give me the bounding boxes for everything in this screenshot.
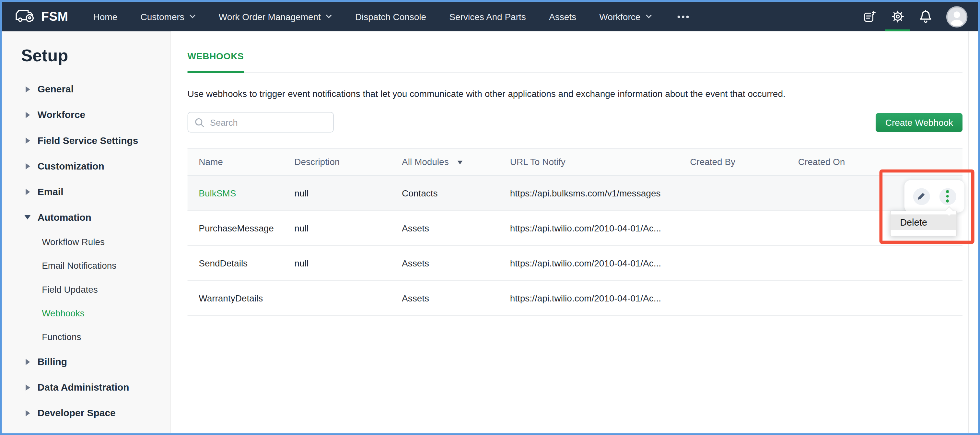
nav-item-services-and-parts[interactable]: Services And Parts bbox=[449, 12, 526, 22]
sidebar-item-email-notifications[interactable]: Email Notifications bbox=[2, 254, 170, 277]
column-header-description: Description bbox=[294, 157, 402, 167]
collapsed-arrow-icon bbox=[25, 410, 30, 416]
cell-url: https://api.twilio.com/2010-04-01/Ac... bbox=[510, 223, 690, 233]
cell-description: null bbox=[294, 223, 402, 233]
chevron-down-icon bbox=[646, 14, 652, 19]
search-input[interactable] bbox=[210, 117, 327, 127]
main-content: WEBHOOKS Use webhooks to trigger event n… bbox=[170, 31, 978, 433]
collapsed-arrow-icon bbox=[25, 384, 30, 390]
sidebar-item-email[interactable]: Email bbox=[2, 179, 170, 204]
sidebar-item-field-service-settings[interactable]: Field Service Settings bbox=[2, 127, 170, 153]
gear-icon[interactable] bbox=[890, 9, 905, 24]
sidebar-item-automation[interactable]: Automation bbox=[2, 204, 170, 230]
automation-children: Workflow Rules Email Notifications Field… bbox=[2, 230, 170, 349]
more-actions-button[interactable] bbox=[939, 188, 956, 205]
sidebar-item-field-updates[interactable]: Field Updates bbox=[2, 277, 170, 301]
column-header-created-by: Created By bbox=[690, 157, 798, 167]
setup-tree: General Workforce Field Service Settings… bbox=[2, 76, 170, 425]
collapsed-arrow-icon bbox=[25, 112, 30, 118]
webhooks-table: Name Description All Modules URL To Noti… bbox=[188, 148, 963, 316]
toolbar: Create Webhook bbox=[188, 112, 963, 132]
cell-module: Assets bbox=[402, 223, 510, 233]
edit-button[interactable] bbox=[913, 188, 930, 205]
search-box[interactable] bbox=[188, 112, 334, 132]
nav-items: Home Customers Work Order Management Dis… bbox=[93, 12, 689, 22]
brand[interactable]: FSM bbox=[14, 7, 68, 26]
tab-webhooks[interactable]: WEBHOOKS bbox=[188, 51, 244, 73]
table-row[interactable]: WarrantyDetails Assets https://api.twili… bbox=[188, 281, 963, 316]
nav-item-dispatch-console[interactable]: Dispatch Console bbox=[355, 12, 426, 22]
app-window: FSM Home Customers Work Order Management… bbox=[0, 0, 980, 435]
webhook-name-link[interactable]: BulkSMS bbox=[188, 188, 294, 198]
webhooks-description: Use webhooks to trigger event notificati… bbox=[188, 89, 963, 99]
nav-item-customers[interactable]: Customers bbox=[141, 12, 196, 22]
sidebar-item-customization[interactable]: Customization bbox=[2, 153, 170, 178]
nav-item-home[interactable]: Home bbox=[93, 12, 118, 22]
expanded-arrow-icon bbox=[24, 215, 30, 220]
sidebar-item-data-administration[interactable]: Data Administration bbox=[2, 374, 170, 400]
cell-description: null bbox=[294, 258, 402, 268]
collapsed-arrow-icon bbox=[25, 86, 30, 92]
chevron-down-icon bbox=[189, 14, 196, 19]
cell-description: null bbox=[294, 188, 402, 198]
sidebar-item-workforce[interactable]: Workforce bbox=[2, 102, 170, 127]
top-navbar: FSM Home Customers Work Order Management… bbox=[2, 2, 978, 32]
column-header-created-on: Created On bbox=[798, 157, 963, 167]
column-header-name: Name bbox=[188, 157, 294, 167]
sidebar-title: Setup bbox=[2, 46, 170, 66]
row-actions-popup bbox=[905, 180, 964, 212]
cell-module: Assets bbox=[402, 293, 510, 303]
more-menu-ellipsis-icon[interactable] bbox=[677, 15, 689, 18]
table-row[interactable]: PurchaseMessage null Assets https://api.… bbox=[188, 211, 963, 246]
chevron-down-icon bbox=[326, 14, 332, 19]
cell-url: https://api.bulksms.com/v1/messages bbox=[510, 188, 690, 198]
table-row[interactable]: BulkSMS null Contacts https://api.bulksm… bbox=[188, 176, 963, 211]
sidebar-item-workflow-rules[interactable]: Workflow Rules bbox=[2, 230, 170, 254]
webhook-name-link[interactable]: PurchaseMessage bbox=[188, 223, 294, 233]
collapsed-arrow-icon bbox=[25, 163, 30, 169]
webhook-name-link[interactable]: WarrantyDetails bbox=[188, 293, 294, 303]
sidebar-item-general[interactable]: General bbox=[2, 76, 170, 102]
row-actions-menu: Delete bbox=[890, 211, 957, 236]
webhook-name-link[interactable]: SendDetails bbox=[188, 258, 294, 268]
collapsed-arrow-icon bbox=[25, 188, 30, 194]
nav-item-assets[interactable]: Assets bbox=[549, 12, 576, 22]
column-header-url: URL To Notify bbox=[510, 157, 690, 167]
vertical-dots-icon bbox=[946, 190, 949, 202]
sidebar-item-functions[interactable]: Functions bbox=[2, 325, 170, 349]
pencil-icon bbox=[917, 192, 926, 201]
nav-item-work-order-management[interactable]: Work Order Management bbox=[219, 12, 332, 22]
user-avatar[interactable] bbox=[946, 6, 968, 27]
bell-icon[interactable] bbox=[918, 9, 933, 24]
sidebar-item-webhooks[interactable]: Webhooks bbox=[2, 301, 170, 325]
table-row[interactable]: SendDetails null Assets https://api.twil… bbox=[188, 246, 963, 281]
new-record-icon[interactable] bbox=[862, 9, 877, 24]
fsm-van-logo-icon bbox=[14, 7, 36, 26]
collapsed-arrow-icon bbox=[25, 137, 30, 143]
setup-sidebar: Setup General Workforce Field Service Se… bbox=[2, 31, 171, 433]
tab-bar: WEBHOOKS bbox=[188, 51, 963, 72]
modules-filter-dropdown[interactable]: All Modules bbox=[402, 157, 510, 167]
cell-url: https://api.twilio.com/2010-04-01/Ac... bbox=[510, 293, 690, 303]
cell-url: https://api.twilio.com/2010-04-01/Ac... bbox=[510, 258, 690, 268]
cell-module: Assets bbox=[402, 258, 510, 268]
sidebar-item-developer-space[interactable]: Developer Space bbox=[2, 400, 170, 425]
create-webhook-button[interactable]: Create Webhook bbox=[876, 113, 963, 132]
cell-module: Contacts bbox=[402, 188, 510, 198]
search-icon bbox=[194, 117, 205, 127]
collapsed-arrow-icon bbox=[25, 359, 30, 365]
navbar-right-icons bbox=[862, 6, 978, 27]
table-header-row: Name Description All Modules URL To Noti… bbox=[188, 148, 963, 176]
dropdown-caret-icon bbox=[458, 161, 463, 165]
menu-item-delete[interactable]: Delete bbox=[891, 214, 956, 230]
nav-item-workforce[interactable]: Workforce bbox=[599, 12, 652, 22]
sidebar-item-billing[interactable]: Billing bbox=[2, 349, 170, 374]
content-right-divider bbox=[968, 31, 969, 435]
brand-name: FSM bbox=[41, 10, 68, 24]
